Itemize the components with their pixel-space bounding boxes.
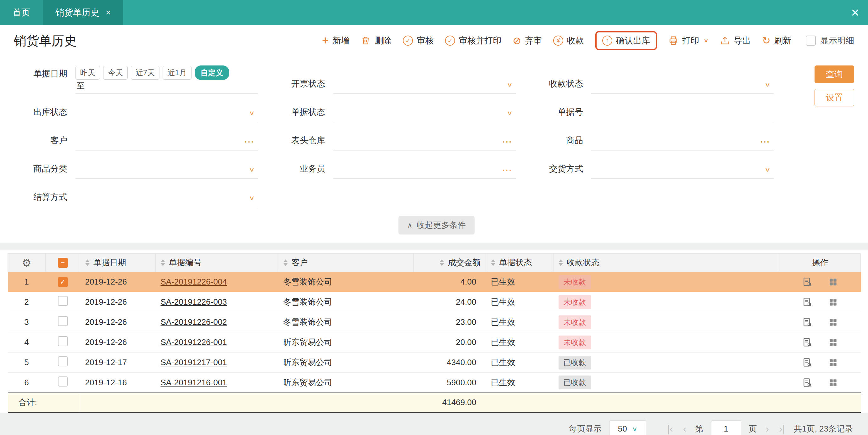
settings-button[interactable]: 设置 [814, 89, 854, 106]
delivery-method-select[interactable]: ∨ [591, 163, 774, 179]
outbound-status-select[interactable]: ∨ [75, 106, 258, 122]
view-doc-icon[interactable] [802, 297, 812, 307]
filter-panel: 单据日期 昨天 今天 近7天 近1月 自定义 至 开票状态 ∨ 收款 [0, 56, 868, 243]
view-doc-icon[interactable] [802, 277, 812, 287]
row-checkbox[interactable] [58, 376, 68, 386]
header-doc-date[interactable]: 单据日期 [80, 254, 156, 272]
row-checkbox[interactable] [58, 296, 68, 306]
add-button[interactable]: + 新增 [322, 35, 349, 46]
sort-icon[interactable] [559, 259, 563, 266]
pagination-bar: 每页显示 50 ∨ |‹ ‹ 第 页 › ›| 共1页, 23条记录 [0, 413, 868, 435]
prev-page-icon[interactable]: ‹ [682, 423, 688, 435]
window-close-icon[interactable]: × [851, 0, 859, 25]
header-payment-status[interactable]: 收款状态 [554, 254, 780, 272]
collapse-conditions-button[interactable]: ∧ 收起更多条件 [399, 216, 474, 234]
grid-icon[interactable] [828, 317, 838, 327]
date-chip-today[interactable]: 今天 [103, 66, 128, 80]
next-page-icon[interactable]: › [765, 423, 771, 435]
page-number-input[interactable] [711, 420, 741, 435]
delivery-method-label: 交货方式 [535, 163, 591, 179]
date-chip-last7days[interactable]: 近7天 [131, 66, 159, 80]
gear-icon[interactable]: ⚙ [22, 257, 31, 269]
tab-home-label: 首页 [12, 7, 30, 19]
header-customer[interactable]: 客户 [278, 254, 413, 272]
query-button[interactable]: 查询 [814, 65, 854, 83]
settlement-method-select[interactable]: ∨ [75, 191, 258, 207]
table-row[interactable]: 1 ✓ 2019-12-26 SA-20191226-004 冬雪装饰公司 4.… [8, 272, 861, 292]
show-detail-toggle[interactable]: 显示明细 [806, 35, 854, 46]
table-row[interactable]: 2 2019-12-26 SA-20191226-003 冬雪装饰公司 24.0… [8, 292, 861, 312]
payment-status-label: 收款状态 [535, 78, 591, 94]
customer-label: 客户 [19, 135, 75, 150]
sort-icon[interactable] [161, 259, 165, 266]
unaudit-button[interactable]: ⊘ 弃审 [513, 35, 542, 46]
doc-status-select[interactable]: ∨ [333, 106, 516, 122]
grid-icon[interactable] [828, 378, 838, 388]
view-doc-icon[interactable] [802, 357, 812, 368]
row-checkbox[interactable] [58, 336, 68, 346]
row-checkbox[interactable] [58, 356, 68, 367]
view-doc-icon[interactable] [802, 338, 812, 348]
sort-icon[interactable] [283, 259, 288, 266]
view-doc-icon[interactable] [802, 378, 812, 388]
payment-status-select[interactable]: ∨ [591, 78, 774, 94]
audit-print-button[interactable]: ✓ 审核并打印 [445, 35, 501, 46]
view-doc-icon[interactable] [802, 317, 812, 327]
doc-number-link[interactable]: SA-20191226-004 [161, 277, 227, 286]
doc-number-link[interactable]: SA-20191226-002 [161, 317, 227, 327]
date-chip-lastmonth[interactable]: 近1月 [163, 66, 191, 80]
doc-no-input[interactable] [591, 106, 774, 122]
cell-doc-date: 2019-12-16 [80, 373, 156, 393]
print-button[interactable]: 打印 ∨ [668, 35, 709, 46]
total-row: 合计: 41469.00 [8, 393, 861, 412]
salesperson-picker[interactable]: ⋯ [333, 163, 516, 179]
sales-history-table: ⚙ − 单据日期 单据编号 客户 成交金额 单据状态 收款状态 操作 1 ✓ 2… [7, 253, 861, 413]
header-doc-status[interactable]: 单据状态 [486, 254, 554, 272]
grid-icon[interactable] [828, 277, 838, 287]
doc-number-link[interactable]: SA-20191216-001 [161, 378, 227, 387]
header-amount[interactable]: 成交金额 [413, 254, 486, 272]
row-checkbox[interactable]: ✓ [58, 277, 68, 287]
sort-icon[interactable] [440, 259, 444, 266]
table-row[interactable]: 5 2019-12-17 SA-20191217-001 昕东贸易公司 4340… [8, 352, 861, 373]
confirm-outbound-button[interactable]: ↑ 确认出库 [595, 31, 657, 50]
date-chip-yesterday[interactable]: 昨天 [75, 66, 100, 80]
delete-button[interactable]: 删除 [361, 35, 392, 46]
table-row[interactable]: 4 2019-12-26 SA-20191226-001 昕东贸易公司 20.0… [8, 332, 861, 352]
tab-close-icon[interactable]: × [106, 7, 111, 18]
last-page-icon[interactable]: ›| [778, 423, 786, 435]
doc-number-link[interactable]: SA-20191226-003 [161, 297, 227, 307]
tab-home[interactable]: 首页 [0, 0, 43, 25]
header-doc-no[interactable]: 单据编号 [156, 254, 278, 272]
row-checkbox[interactable] [58, 316, 68, 326]
warehouse-picker[interactable]: ⋯ [333, 134, 516, 150]
select-all-checkbox[interactable]: − [58, 258, 68, 268]
chevron-down-icon: ∨ [507, 110, 513, 117]
date-chip-custom[interactable]: 自定义 [195, 65, 229, 80]
grid-icon[interactable] [828, 338, 838, 348]
filter-outbound-status: 出库状态 ∨ [19, 102, 258, 122]
doc-number-link[interactable]: SA-20191226-001 [161, 338, 227, 347]
grid-icon[interactable] [828, 357, 838, 368]
export-button[interactable]: 导出 [720, 35, 751, 46]
sort-icon[interactable] [85, 259, 90, 266]
collect-payment-button[interactable]: ¥ 收款 [553, 35, 584, 46]
product-picker[interactable]: ⋯ [591, 134, 774, 150]
refresh-button[interactable]: ↻ 刷新 [762, 35, 791, 46]
page-header: 销货单历史 + 新增 删除 ✓ 审核 ✓ 审核并打印 ⊘ 弃审 ¥ 收款 ↑ 确… [0, 25, 868, 56]
first-page-icon[interactable]: |‹ [666, 423, 674, 435]
show-detail-checkbox[interactable] [806, 35, 816, 46]
table-row[interactable]: 3 2019-12-26 SA-20191226-002 冬雪装饰公司 23.0… [8, 312, 861, 332]
per-page-select[interactable]: 50 ∨ [609, 420, 646, 435]
product-category-select[interactable]: ∨ [75, 163, 258, 179]
table-row[interactable]: 6 2019-12-16 SA-20191216-001 昕东贸易公司 5900… [8, 373, 861, 393]
customer-picker[interactable]: ⋯ [75, 134, 258, 150]
tab-sales-history[interactable]: 销货单历史 × [43, 0, 123, 25]
doc-number-link[interactable]: SA-20191217-001 [161, 357, 227, 367]
grid-icon[interactable] [828, 297, 838, 307]
date-quick-chips: 昨天 今天 近7天 近1月 自定义 [75, 65, 258, 80]
audit-button[interactable]: ✓ 审核 [403, 35, 434, 46]
sort-icon[interactable] [491, 259, 495, 266]
date-range-inputs[interactable]: 至 [75, 81, 258, 94]
invoice-status-select[interactable]: ∨ [333, 78, 516, 94]
